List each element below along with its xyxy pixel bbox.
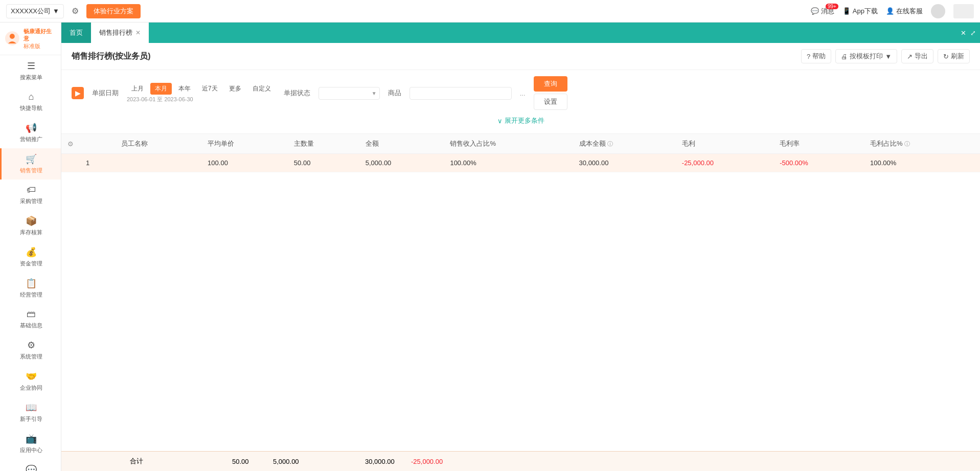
- user-name-area: [953, 4, 974, 18]
- window-close-icon[interactable]: ✕: [961, 29, 966, 37]
- cost-info-icon[interactable]: ⓘ: [607, 141, 613, 147]
- help-icon: ?: [807, 53, 810, 60]
- export-button[interactable]: ↗ 导出: [901, 49, 933, 63]
- app-icon: 📱: [842, 7, 851, 15]
- sidebar-item-search-order[interactable]: ☰ 搜索菜单: [0, 55, 61, 86]
- sidebar-item-system[interactable]: ⚙ 系统管理: [0, 334, 61, 366]
- tab-close-icon[interactable]: ✕: [135, 29, 141, 36]
- cell-amount: 5,000.00: [359, 154, 444, 172]
- expand-label: 展开更多条件: [505, 116, 544, 125]
- date-label: 单据日期: [92, 88, 119, 98]
- more-filters-icon[interactable]: ...: [520, 89, 526, 97]
- sidebar: 畅康通好生意 标准版 ☰ 搜索菜单 ⌂ 快捷导航 📢 营销推广 🛒 销售管理 🏷…: [0, 23, 61, 471]
- sidebar-item-guide[interactable]: 📖 新手引导: [0, 397, 61, 428]
- refresh-icon: ↻: [943, 53, 949, 60]
- sidebar-item-quick-nav[interactable]: ⌂ 快捷导航: [0, 86, 61, 117]
- sidebar-label-app-center: 应用中心: [20, 446, 42, 454]
- sidebar-label-quick-nav: 快捷导航: [20, 104, 42, 112]
- query-button[interactable]: 查询: [534, 76, 567, 92]
- status-select[interactable]: [318, 87, 380, 100]
- table-header: ⚙ 员工名称 平均单价 主数量 全额 销售收入占比% 成本全额 ⓘ: [61, 134, 980, 154]
- message-button[interactable]: 💬 消息 99+: [811, 7, 834, 16]
- table-wrapper: ⚙ 员工名称 平均单价 主数量 全额 销售收入占比% 成本全额 ⓘ: [61, 134, 980, 451]
- th-settings[interactable]: ⚙: [61, 134, 80, 154]
- tab-bar: 首页 销售排行榜 ✕ ✕ ⤢: [61, 23, 980, 43]
- tab-sales-ranking[interactable]: 销售排行榜 ✕: [91, 23, 149, 43]
- date-btn-more[interactable]: 更多: [224, 83, 246, 95]
- expand-chevron-icon: ∨: [497, 117, 503, 125]
- table-footer: 合计 50.00 5,000.00 30,000.00 -25,000.00: [61, 451, 980, 471]
- message-icon: 💬: [811, 7, 819, 15]
- window-expand-icon[interactable]: ⤢: [970, 29, 976, 37]
- th-amount: 全额: [359, 134, 444, 154]
- footer-employee: 合计: [124, 457, 185, 466]
- date-btn-prev-month[interactable]: 上月: [127, 83, 148, 95]
- app-download-button[interactable]: 📱 App下载: [842, 7, 878, 16]
- filter-toggle-button[interactable]: ▶: [72, 87, 84, 99]
- main-layout: 畅康通好生意 标准版 ☰ 搜索菜单 ⌂ 快捷导航 📢 营销推广 🛒 销售管理 🏷…: [0, 23, 980, 471]
- data-table: ⚙ 员工名称 平均单价 主数量 全额 销售收入占比% 成本全额 ⓘ: [61, 134, 980, 172]
- message-badge: 99+: [826, 4, 838, 9]
- purchase-icon: 🏷: [27, 185, 36, 195]
- sidebar-label-search-order: 搜索菜单: [20, 74, 42, 81]
- th-avg-price: 平均单价: [201, 134, 288, 154]
- cell-settings: [61, 154, 80, 172]
- refresh-button[interactable]: ↻ 刷新: [938, 49, 970, 63]
- online-service-button[interactable]: 👤 在线客服: [886, 7, 923, 16]
- table-settings-button[interactable]: 设置: [534, 94, 567, 110]
- sidebar-label-marketing: 营销推广: [20, 136, 42, 143]
- sidebar-item-finance[interactable]: 💰 资金管理: [0, 241, 61, 273]
- sidebar-item-sales[interactable]: 🛒 销售管理: [0, 148, 61, 180]
- gross-pct-info-icon[interactable]: ⓘ: [904, 141, 910, 147]
- goods-input[interactable]: [409, 87, 512, 100]
- settings-icon[interactable]: ⚙: [68, 4, 82, 18]
- th-rank: [80, 134, 115, 154]
- tab-active-label: 销售排行榜: [99, 28, 132, 37]
- trial-button[interactable]: 体验行业方案: [86, 4, 141, 18]
- print-chevron-icon: ▼: [885, 53, 892, 60]
- date-btn-custom[interactable]: 自定义: [248, 83, 276, 95]
- search-order-icon: ☰: [27, 60, 35, 72]
- th-employee: 员工名称: [115, 134, 201, 154]
- action-buttons: 查询 设置: [534, 76, 567, 110]
- help-button[interactable]: ? 帮助: [801, 49, 831, 63]
- table-row[interactable]: 1 100.00 50.00 5,000.00 100.00% 30,000.0…: [61, 154, 980, 172]
- cell-qty: 50.00: [288, 154, 359, 172]
- tab-window-actions: ✕ ⤢: [961, 29, 980, 37]
- date-btn-7days[interactable]: 近7天: [197, 83, 222, 95]
- footer-qty: 50.00: [226, 458, 267, 465]
- print-icon: 🖨: [841, 53, 848, 60]
- content-area: 首页 销售排行榜 ✕ ✕ ⤢ 销售排行榜(按业务员) ? 帮助: [61, 23, 980, 471]
- th-gross: 毛利: [676, 134, 773, 154]
- sidebar-label-purchase: 采购管理: [20, 197, 42, 205]
- logo-icon: [4, 30, 20, 47]
- company-selector[interactable]: XXXXXX公司 ▼: [6, 4, 64, 18]
- sidebar-item-inventory[interactable]: 📦 库存核算: [0, 210, 61, 241]
- footer-gross: -25,000.00: [405, 458, 456, 465]
- sidebar-item-purchase[interactable]: 🏷 采购管理: [0, 180, 61, 210]
- date-buttons: 上月 本月 本年 近7天 更多 自定义: [127, 83, 276, 95]
- date-range-text: 2023-06-01 至 2023-06-30: [127, 96, 276, 103]
- service-icon: 👤: [886, 7, 894, 15]
- sidebar-item-app-center[interactable]: 📺 应用中心: [0, 428, 61, 459]
- tab-home[interactable]: 首页: [61, 23, 91, 43]
- app-center-icon: 📺: [26, 433, 37, 444]
- app-label: App下载: [853, 7, 878, 16]
- date-btn-this-month[interactable]: 本月: [150, 83, 172, 95]
- filter-area: ▶ 单据日期 上月 本月 本年 近7天 更多 自定义 2023-06-01 至 …: [61, 70, 980, 134]
- avatar[interactable]: [931, 4, 945, 18]
- sidebar-item-operation[interactable]: 📋 经营管理: [0, 273, 61, 304]
- sidebar-item-base-info[interactable]: 🗃 基础信息: [0, 304, 61, 334]
- expand-conditions-button[interactable]: ∨ 展开更多条件: [493, 114, 549, 127]
- sidebar-item-enterprise-collab[interactable]: 🤝 企业协同: [0, 366, 61, 397]
- page-title: 销售排行榜(按业务员): [72, 51, 151, 62]
- cell-gross-pct: 100.00%: [864, 154, 980, 172]
- sidebar-item-marketing[interactable]: 📢 营销推广: [0, 117, 61, 148]
- column-settings-icon[interactable]: ⚙: [67, 140, 74, 148]
- print-button[interactable]: 🖨 按模板打印 ▼: [835, 49, 897, 63]
- th-cost: 成本全额 ⓘ: [573, 134, 676, 154]
- date-btn-this-year[interactable]: 本年: [174, 83, 195, 95]
- filter-row-main: ▶ 单据日期 上月 本月 本年 近7天 更多 自定义 2023-06-01 至 …: [72, 76, 970, 110]
- sidebar-logo: 畅康通好生意 标准版: [0, 23, 61, 55]
- sidebar-item-enterprise-wechat[interactable]: 💬 企业微信: [0, 459, 61, 471]
